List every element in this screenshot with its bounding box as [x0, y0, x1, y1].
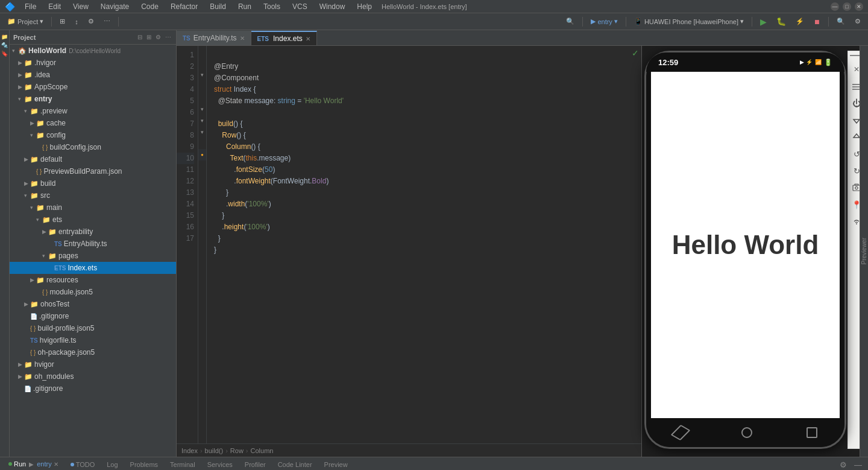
tree-item-cache[interactable]: ▶ 📁 cache: [10, 117, 176, 129]
panel-more-button[interactable]: ⋯: [164, 33, 172, 41]
bc-build[interactable]: build(): [205, 447, 224, 454]
maximize-button[interactable]: □: [843, 2, 851, 11]
phone-home-btn[interactable]: [741, 427, 752, 438]
menu-run[interactable]: Run: [236, 1, 254, 12]
debug-button[interactable]: 🐛: [773, 15, 790, 28]
tree-item-hvigor-root[interactable]: ▶ 📁 hvigor: [10, 358, 176, 370]
tab-log-label: Log: [107, 461, 118, 468]
menu-window[interactable]: Window: [317, 1, 348, 12]
tree-item-default[interactable]: ▶ 📁 default: [10, 153, 176, 165]
toolbar-sync[interactable]: ↕: [71, 15, 82, 28]
toolbar-settings[interactable]: ⚙: [84, 15, 98, 28]
tab-indexets[interactable]: ETS Index.ets ✕: [251, 31, 317, 45]
tree-item-ets[interactable]: ▾ 📁 ets: [10, 214, 176, 226]
bc-column[interactable]: Column: [251, 447, 274, 454]
tree-item-gitignore-root[interactable]: ▶ 📄 .gitignore: [10, 383, 176, 395]
tree-item-resources[interactable]: ▶ 📁 resources: [10, 274, 176, 286]
minimize-button[interactable]: —: [831, 2, 839, 11]
bottom-tabs-bar: Run ▶ entry ✕ TODO Log Problems Terminal…: [0, 457, 868, 470]
tab-profiler[interactable]: Profiler: [240, 458, 271, 470]
tree-item-gitignore[interactable]: ▶ 📄 .gitignore: [10, 310, 176, 322]
menu-navigate[interactable]: Navigate: [98, 1, 131, 12]
tab-preview[interactable]: Preview: [319, 458, 353, 470]
tree-item-idea[interactable]: ▶ 📁 .idea: [10, 69, 176, 81]
tree-item-preview[interactable]: ▾ 📁 .preview: [10, 105, 176, 117]
tree-item-helloworld[interactable]: ▾ 🏠 HelloWorld D:\code\HelloWorld: [10, 45, 176, 57]
profile-button[interactable]: ⚡: [792, 15, 808, 28]
tree-item-build[interactable]: ▶ 📁 build: [10, 177, 176, 189]
tree-item-hvigorfile[interactable]: ▶ TS hvigorfile.ts: [10, 334, 176, 346]
project-icon[interactable]: 📁: [1, 33, 9, 41]
tree-item-buildconfig[interactable]: ▶ { } buildConfig.json: [10, 141, 176, 153]
toolbar-more[interactable]: ⋯: [100, 15, 114, 28]
tree-item-modulejson[interactable]: ▶ { } module.json5: [10, 286, 176, 298]
tree-item-ohmodules[interactable]: ▶ 📁 oh_modules: [10, 370, 176, 383]
menu-file[interactable]: File: [22, 1, 39, 12]
tab-entryability[interactable]: TS EntryAbility.ts ✕: [177, 31, 251, 45]
phone-back-btn[interactable]: [670, 425, 690, 440]
tree-item-appscope[interactable]: ▶ 📁 AppScope: [10, 81, 176, 93]
fold-build[interactable]: ▾: [198, 103, 206, 115]
menu-vcs[interactable]: VCS: [290, 1, 310, 12]
menu-tools[interactable]: Tools: [261, 1, 283, 12]
panel-settings-button[interactable]: ⚙: [154, 33, 162, 41]
tree-item-ohpackage[interactable]: ▶ { } oh-package.json5: [10, 346, 176, 358]
stop-button[interactable]: ⏹: [810, 15, 824, 28]
search-everywhere-button[interactable]: 🔍: [833, 15, 849, 28]
menu-view[interactable]: View: [71, 1, 91, 12]
tree-item-buildprofile[interactable]: ▶ { } build-profile.json5: [10, 322, 176, 334]
menu-code[interactable]: Code: [139, 1, 161, 12]
tree-item-main[interactable]: ▾ 📁 main: [10, 202, 176, 214]
tab-problems[interactable]: Problems: [125, 458, 163, 470]
tree-item-src[interactable]: ▾ 📁 src: [10, 189, 176, 202]
tab-terminal[interactable]: Terminal: [165, 458, 200, 470]
run-close-btn[interactable]: ✕: [54, 461, 58, 468]
fold-row[interactable]: ▾: [198, 115, 206, 126]
tab-indexets-close[interactable]: ✕: [306, 36, 310, 42]
menu-build[interactable]: Build: [207, 1, 228, 12]
structure-icon[interactable]: 🔩: [1, 41, 9, 49]
tab-services[interactable]: Services: [203, 458, 237, 470]
code-content[interactable]: @Entry @Component struct Index { @State …: [207, 46, 641, 443]
menu-help[interactable]: Help: [354, 1, 374, 12]
tab-run[interactable]: Run ▶ entry ✕: [4, 458, 63, 470]
tab-todo[interactable]: TODO: [66, 458, 100, 470]
line-num-2: 2: [177, 61, 194, 72]
device-selector-button[interactable]: 📱 HUAWEI Phone [HuaweiPhone] ▾: [631, 15, 747, 28]
fold-col[interactable]: ▾: [198, 126, 206, 138]
fold-struct[interactable]: ▾: [198, 69, 206, 80]
bottom-close-btn[interactable]: —: [852, 460, 864, 469]
toolbar-collapse-all[interactable]: ⊞: [56, 15, 69, 28]
settings-button[interactable]: ⚙: [851, 15, 864, 28]
project-dropdown-button[interactable]: 📁 Project ▾: [4, 15, 47, 28]
collapse-all-button[interactable]: ⊟: [136, 33, 143, 41]
bc-row[interactable]: Row: [230, 447, 244, 454]
tree-item-pages[interactable]: ▾ 📁 pages: [10, 250, 176, 262]
tree-item-hvigor[interactable]: ▶ 📁 .hvigor: [10, 57, 176, 69]
tab-codelinter[interactable]: Code Linter: [273, 458, 317, 470]
tab-log[interactable]: Log: [102, 458, 122, 470]
tree-item-entryability-ts[interactable]: ▶ TS EntryAbility.ts: [10, 238, 176, 250]
tree-item-previewbuild[interactable]: ▶ { } PreviewBuildParam.json: [10, 165, 176, 177]
tree-item-config[interactable]: ▾ 📁 config: [10, 129, 176, 141]
menu-edit[interactable]: Edit: [46, 1, 63, 12]
close-button[interactable]: ✕: [855, 2, 863, 11]
phone-preview-area: 12:59 ▶ ⚡ 📶 🔋 Hello World: [641, 46, 868, 457]
preview-side-label[interactable]: Previewer: [861, 238, 867, 264]
bc-index[interactable]: Index: [181, 447, 198, 454]
phone-recent-btn[interactable]: [807, 427, 817, 438]
bottom-settings-btn[interactable]: ⚙: [837, 460, 849, 469]
menu-refactor[interactable]: Refactor: [168, 1, 200, 12]
tree-item-entryability[interactable]: ▶ 📁 entryability: [10, 226, 176, 238]
tree-item-index-ets[interactable]: ▶ ETS Index.ets: [10, 262, 176, 274]
tab-entryability-close[interactable]: ✕: [240, 35, 245, 42]
tab-run-label: Run: [14, 460, 26, 468]
expand-all-button[interactable]: ⊞: [145, 33, 153, 41]
toolbar-separator-3: [582, 17, 583, 27]
tree-item-entry[interactable]: ▾ 📁 entry: [10, 93, 176, 105]
entry-config-button[interactable]: ▶ entry ▾: [587, 15, 621, 28]
bookmarks-icon[interactable]: 🔖: [1, 49, 9, 58]
tree-item-ohostest[interactable]: ▶ 📁 ohosTest: [10, 298, 176, 310]
toolbar-search[interactable]: 🔍: [562, 15, 578, 28]
run-button[interactable]: ▶: [756, 15, 770, 28]
